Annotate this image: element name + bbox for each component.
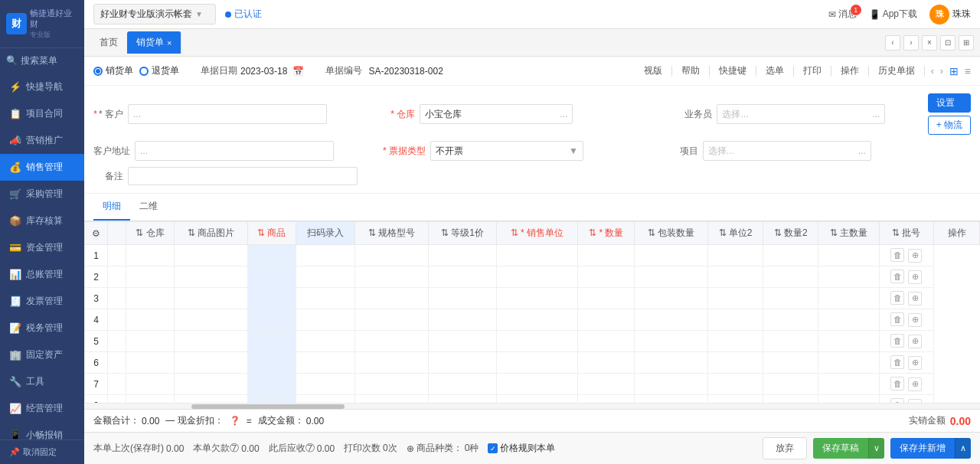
cell-pkg-qty[interactable] [578,245,635,266]
cell-unit2[interactable] [635,266,708,288]
cell-warehouse[interactable] [108,374,126,395]
tab-mingxi[interactable]: 明细 [93,194,130,221]
user-info[interactable]: 珠 珠珠 [929,5,971,25]
cell-price[interactable] [355,266,429,288]
save-new-arrow-btn[interactable]: ∧ [955,438,971,459]
th-product[interactable]: ⇅ 商品 [247,222,296,245]
tab-close-btn[interactable]: × [922,35,937,51]
cell-product[interactable] [175,266,248,288]
cell-qty[interactable] [496,395,578,404]
th-qty2[interactable]: ⇅ 数量2 [763,222,818,245]
tab-grid-btn[interactable]: ⊞ [959,35,974,51]
calendar-icon[interactable]: 📅 [292,66,304,77]
cell-qty[interactable] [496,266,578,288]
cell-spec[interactable] [296,309,355,331]
cell-product[interactable] [175,331,248,352]
cell-batch[interactable] [818,352,879,374]
cell-unit2[interactable] [635,288,708,309]
cell-batch[interactable] [818,245,879,266]
cell-sale-unit[interactable] [429,331,497,352]
sidebar-item-tax[interactable]: 📝 税务管理 [0,315,84,341]
cell-import[interactable] [247,374,296,395]
copy-row-btn[interactable]: ⊕ [908,270,922,284]
company-selector[interactable]: 好业财专业版演示帐套 ▼ [93,4,216,25]
tab-close-icon[interactable]: × [167,38,172,47]
tab-expand-btn[interactable]: ⊡ [940,35,956,51]
cell-price[interactable] [355,245,429,266]
sidebar-item-sales[interactable]: 💰 销售管理 [0,154,84,181]
cancel-fixed[interactable]: 📌 取消固定 [0,439,84,464]
cell-main-qty[interactable] [763,309,818,331]
cell-main-qty[interactable] [763,374,818,395]
th-unit2[interactable]: ⇅ 单位2 [707,222,763,245]
cell-unit2[interactable] [635,374,708,395]
setup-btn[interactable]: 设置 [928,93,971,113]
cell-pkg-qty[interactable] [578,374,635,395]
cell-qty[interactable] [496,245,578,266]
cell-qty[interactable] [496,352,578,374]
cell-main-qty[interactable] [763,395,818,404]
cell-product[interactable] [175,288,248,309]
cell-batch[interactable] [818,309,879,331]
cell-pkg-qty[interactable] [578,266,635,288]
sidebar-item-purchase[interactable]: 🛒 采购管理 [0,181,84,207]
cell-image[interactable] [126,331,175,352]
tab-next-btn[interactable]: › [903,35,919,51]
th-gear[interactable]: ⚙ [85,222,108,245]
cell-import[interactable] [247,309,296,331]
cell-price[interactable] [355,309,429,331]
list-view-icon[interactable]: ≡ [965,65,971,77]
logistics-btn[interactable]: + 物流 [928,116,971,135]
cell-price[interactable] [355,331,429,352]
cell-product[interactable] [175,395,248,404]
cell-product[interactable] [175,374,248,395]
cell-main-qty[interactable] [763,352,818,374]
table-row[interactable]: 8 🗑 ⊕ [85,395,980,404]
cell-spec[interactable] [296,288,355,309]
table-row[interactable]: 1 🗑 ⊕ [85,245,980,266]
cell-unit2[interactable] [635,395,708,404]
th-pkg-qty[interactable]: ⇅ 包装数量 [635,222,708,245]
sidebar-item-marketing[interactable]: 📣 营销推广 [0,127,84,154]
copy-row-btn[interactable]: ⊕ [908,377,922,391]
tab-erwei[interactable]: 二维 [130,194,167,221]
address-input[interactable]: ... [135,141,334,161]
delete-row-btn[interactable]: 🗑 [890,377,904,390]
abandon-btn[interactable]: 放弃 [763,437,807,459]
table-row[interactable]: 7 🗑 ⊕ [85,374,980,395]
cell-import[interactable] [247,288,296,309]
cell-price[interactable] [355,374,429,395]
sidebar-item-fixed-assets[interactable]: 🏢 固定资产 [0,341,84,368]
th-warehouse[interactable]: ⇅ 仓库 [126,222,175,245]
table-view-icon[interactable]: ⊞ [949,65,959,77]
cell-unit2[interactable] [635,309,708,331]
th-price[interactable]: ⇅ 等级1价 [429,222,497,245]
tab-prev-btn[interactable]: ‹ [885,35,900,51]
cell-sale-unit[interactable] [429,352,497,374]
cell-qty2[interactable] [707,395,763,404]
warehouse-input[interactable]: 小宝仓库 ... [420,104,573,124]
tab-active[interactable]: 销货单 × [127,31,181,54]
cell-image[interactable] [126,245,175,266]
copy-row-btn[interactable]: ⊕ [908,292,922,306]
msg-action[interactable]: ✉ 消息 1 [828,8,857,21]
help-item[interactable]: ❓ [230,416,240,426]
cell-qty2[interactable] [707,245,763,266]
cell-pkg-qty[interactable] [578,309,635,331]
cell-qty2[interactable] [707,309,763,331]
cell-qty[interactable] [496,331,578,352]
customer-input[interactable]: ... [128,104,327,124]
save-new-btn[interactable]: 保存并新增 [890,438,955,459]
cell-image[interactable] [126,352,175,374]
cell-qty2[interactable] [707,374,763,395]
cell-import[interactable] [247,395,296,404]
cell-image[interactable] [126,374,175,395]
cell-spec[interactable] [296,266,355,288]
table-row[interactable]: 3 🗑 ⊕ [85,288,980,309]
cell-sale-unit[interactable] [429,288,497,309]
th-sale-unit[interactable]: ⇅ * 销售单位 [496,222,578,245]
cell-unit2[interactable] [635,245,708,266]
cell-main-qty[interactable] [763,331,818,352]
project-input[interactable]: 选择... ... [703,141,871,161]
cell-sale-unit[interactable] [429,245,497,266]
